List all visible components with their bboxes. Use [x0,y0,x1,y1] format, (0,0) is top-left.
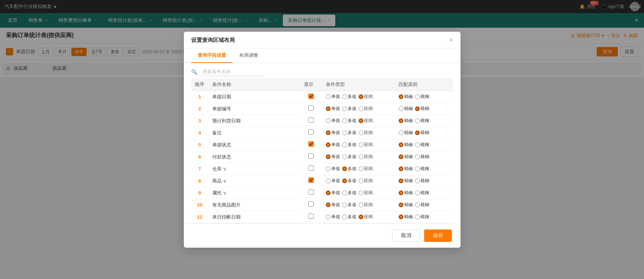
modal-dialog: 设置查询区域布局 × 查询字段设置 布局调整 🔍 顺序 条件名称 [184,32,461,78]
modal-tab-fields[interactable]: 查询字段设置 [191,48,233,63]
modal-search-area: 🔍 [184,63,461,78]
modal-tab-layout[interactable]: 布局调整 [233,48,265,63]
modal-header: 设置查询区域布局 × [184,32,461,48]
search-input[interactable] [199,67,265,76]
modal-close-button[interactable]: × [449,37,453,43]
modal-tabs: 查询字段设置 布局调整 [184,48,461,63]
search-icon: 🔍 [191,69,197,75]
modal-overlay: 设置查询区域布局 × 查询字段设置 布局调整 🔍 顺序 条件名称 [0,0,644,77]
modal-title: 设置查询区域布局 [191,37,235,44]
